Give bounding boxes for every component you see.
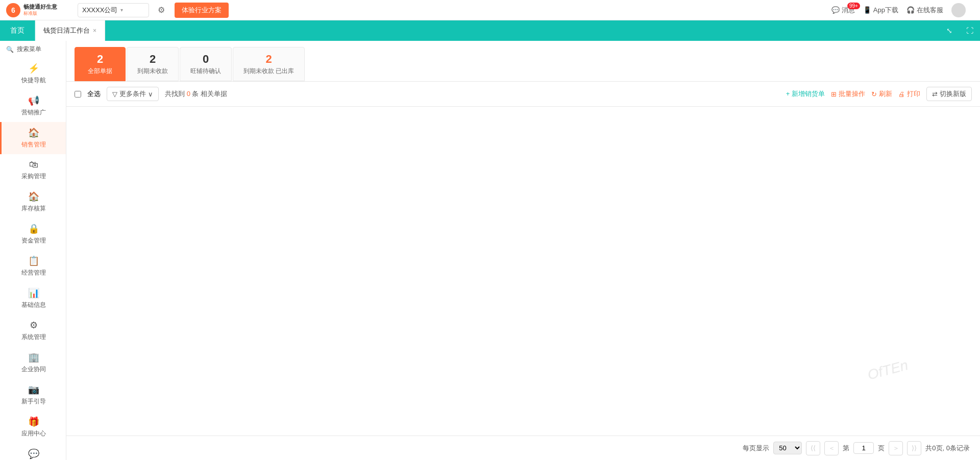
refresh-button[interactable]: ↻ 刷新 bbox=[871, 89, 892, 99]
page-number-input[interactable] bbox=[853, 442, 874, 454]
enterprise-icon: 🏢 bbox=[28, 352, 39, 363]
batch-operation-button[interactable]: ⊞ 批量操作 bbox=[831, 89, 865, 99]
refresh-icon: ↻ bbox=[871, 90, 877, 98]
tab-home[interactable]: 首页 bbox=[0, 20, 35, 41]
sidebar-item-quick-nav[interactable]: ⚡ 快捷导航 bbox=[0, 58, 66, 90]
phone-icon: 📱 bbox=[863, 6, 871, 14]
header-right: 💬 消息 99+ 📱 App下载 🎧 在线客服 bbox=[831, 3, 974, 17]
summary-tab-all[interactable]: 2 全部单据 bbox=[75, 47, 126, 81]
sidebar-item-label: 系统管理 bbox=[21, 333, 46, 342]
tab-active[interactable]: 钱货日清工作台 × bbox=[35, 20, 105, 41]
logo-text: 畅捷通好生意 标准版 bbox=[23, 3, 57, 17]
sidebar-item-guide[interactable]: 📷 新手引导 bbox=[0, 379, 66, 411]
tab-minimize-button[interactable]: ⤡ bbox=[939, 20, 960, 41]
tab-count-all: 2 bbox=[85, 53, 115, 66]
tab-actions: ⤡ ⛶ bbox=[939, 20, 980, 41]
tab-close-icon[interactable]: × bbox=[93, 27, 96, 34]
top-header: 6 畅捷通好生意 标准版 XXXXX公司 ▾ ⚙ 体验行业方案 💬 消息 99+… bbox=[0, 0, 980, 20]
tab-count-unshipped: 2 bbox=[243, 53, 294, 66]
message-icon: 💬 bbox=[831, 6, 840, 14]
sidebar-item-operations[interactable]: 📋 经营管理 bbox=[0, 250, 66, 282]
finance-icon: 🔒 bbox=[28, 223, 39, 234]
switch-label: 切换新版 bbox=[940, 89, 966, 99]
purchase-icon: 🛍 bbox=[29, 159, 38, 170]
sidebar-item-app-center[interactable]: 🎁 应用中心 bbox=[0, 411, 66, 443]
sidebar-search-label: 搜索菜单 bbox=[17, 45, 41, 54]
sidebar-item-label: 新手引导 bbox=[21, 397, 46, 406]
sidebar-search[interactable]: 🔍 搜索菜单 bbox=[0, 41, 66, 58]
sidebar-item-label: 经营管理 bbox=[21, 269, 46, 277]
app-download-label: App下载 bbox=[873, 6, 898, 15]
sidebar-item-label: 企业协同 bbox=[21, 365, 46, 374]
sidebar-item-label: 销售管理 bbox=[21, 140, 46, 149]
sidebar-item-system[interactable]: ⚙ 系统管理 bbox=[0, 314, 66, 347]
marketing-icon: 📢 bbox=[28, 95, 39, 106]
filter-label: 更多条件 bbox=[119, 89, 146, 99]
page-size-label: 每页显示 bbox=[743, 444, 769, 453]
sidebar-item-wechat[interactable]: 💬 企业微信 bbox=[0, 443, 66, 460]
settings-icon[interactable]: ⚙ bbox=[153, 2, 169, 18]
summary-tab-overdue[interactable]: 2 到期未收款 bbox=[127, 47, 179, 81]
filter-button[interactable]: ▽ 更多条件 ∨ bbox=[107, 87, 159, 101]
tab-maximize-button[interactable]: ⛶ bbox=[960, 20, 980, 41]
refresh-label: 刷新 bbox=[879, 89, 892, 99]
app-download-button[interactable]: 📱 App下载 bbox=[863, 6, 898, 15]
inventory-icon: 🏠 bbox=[28, 191, 39, 202]
tab-label-all: 全部单据 bbox=[85, 67, 115, 76]
add-sales-order-button[interactable]: + 新增销货单 bbox=[786, 89, 825, 99]
toolbar: 全选 ▽ 更多条件 ∨ 共找到 0 条 相关单据 + 新增销货单 ⊞ 批量操作 … bbox=[66, 82, 980, 107]
table-area bbox=[66, 107, 980, 435]
company-selector[interactable]: XXXXX公司 ▾ bbox=[78, 3, 149, 17]
found-count: 0 bbox=[187, 90, 190, 98]
app-center-icon: 🎁 bbox=[28, 416, 39, 427]
message-button[interactable]: 💬 消息 99+ bbox=[831, 6, 855, 15]
trial-button[interactable]: 体验行业方案 bbox=[175, 3, 229, 18]
sidebar-item-purchase[interactable]: 🛍 采购管理 bbox=[0, 154, 66, 186]
batch-label: 批量操作 bbox=[839, 89, 865, 99]
sidebar-item-label: 资金管理 bbox=[21, 236, 46, 245]
tab-label-overdue: 到期未收款 bbox=[137, 67, 168, 76]
summary-tab-pending[interactable]: 0 旺辅待确认 bbox=[180, 47, 232, 81]
online-service-button[interactable]: 🎧 在线客服 bbox=[906, 6, 943, 15]
logo-icon: 6 bbox=[6, 3, 20, 17]
quick-nav-icon: ⚡ bbox=[28, 63, 39, 74]
switch-new-version-button[interactable]: ⇄ 切换新版 bbox=[926, 87, 972, 101]
main-layout: 🔍 搜索菜单 ⚡ 快捷导航 📢 营销推广 🏠 销售管理 🛍 采购管理 🏠 库存核… bbox=[0, 41, 980, 460]
sidebar-item-label: 营销推广 bbox=[21, 108, 46, 117]
logo-area: 6 畅捷通好生意 标准版 bbox=[6, 3, 72, 17]
sidebar: 🔍 搜索菜单 ⚡ 快捷导航 📢 营销推广 🏠 销售管理 🛍 采购管理 🏠 库存核… bbox=[0, 41, 66, 460]
company-name: XXXXX公司 bbox=[82, 6, 117, 15]
service-icon: 🎧 bbox=[906, 6, 915, 14]
page-size-select[interactable]: 10 20 50 100 bbox=[773, 442, 802, 454]
sidebar-item-label: 基础信息 bbox=[21, 301, 46, 309]
sidebar-item-inventory[interactable]: 🏠 库存核算 bbox=[0, 186, 66, 218]
sidebar-item-label: 快捷导航 bbox=[21, 76, 46, 85]
sidebar-item-label: 库存核算 bbox=[21, 204, 46, 213]
tab-bar: 首页 钱货日清工作台 × ⤡ ⛶ bbox=[0, 20, 980, 41]
tab-count-overdue: 2 bbox=[137, 53, 168, 66]
print-button[interactable]: 🖨 打印 bbox=[898, 89, 920, 99]
operations-icon: 📋 bbox=[28, 255, 39, 267]
tab-label: 钱货日清工作台 bbox=[43, 26, 90, 35]
avatar[interactable] bbox=[951, 3, 966, 17]
search-icon: 🔍 bbox=[6, 46, 14, 53]
chevron-down-icon: ▾ bbox=[120, 7, 123, 13]
summary-tabs: 2 全部单据 2 到期未收款 0 旺辅待确认 2 到期未收款 已出库 bbox=[66, 41, 980, 82]
page-label: 第 bbox=[843, 444, 849, 453]
select-all-checkbox[interactable] bbox=[75, 91, 81, 98]
content-area: 2 全部单据 2 到期未收款 0 旺辅待确认 2 到期未收款 已出库 全选 ▽ … bbox=[66, 41, 980, 460]
next-page-button[interactable]: ＞ bbox=[889, 441, 903, 455]
sidebar-item-sales[interactable]: 🏠 销售管理 bbox=[0, 122, 66, 154]
sidebar-item-finance[interactable]: 🔒 资金管理 bbox=[0, 218, 66, 250]
sidebar-item-basic-info[interactable]: 📊 基础信息 bbox=[0, 282, 66, 314]
last-page-button[interactable]: ⟩⟩ bbox=[907, 441, 921, 455]
basic-info-icon: 📊 bbox=[28, 287, 39, 299]
sidebar-item-enterprise[interactable]: 🏢 企业协同 bbox=[0, 347, 66, 379]
switch-icon: ⇄ bbox=[932, 90, 938, 98]
print-icon: 🖨 bbox=[898, 90, 905, 98]
summary-tab-unshipped[interactable]: 2 到期未收款 已出库 bbox=[233, 47, 305, 81]
prev-page-button[interactable]: ＜ bbox=[824, 441, 839, 455]
first-page-button[interactable]: ⟨⟨ bbox=[806, 441, 820, 455]
filter-chevron-icon: ∨ bbox=[148, 90, 153, 98]
sidebar-item-marketing[interactable]: 📢 营销推广 bbox=[0, 90, 66, 122]
